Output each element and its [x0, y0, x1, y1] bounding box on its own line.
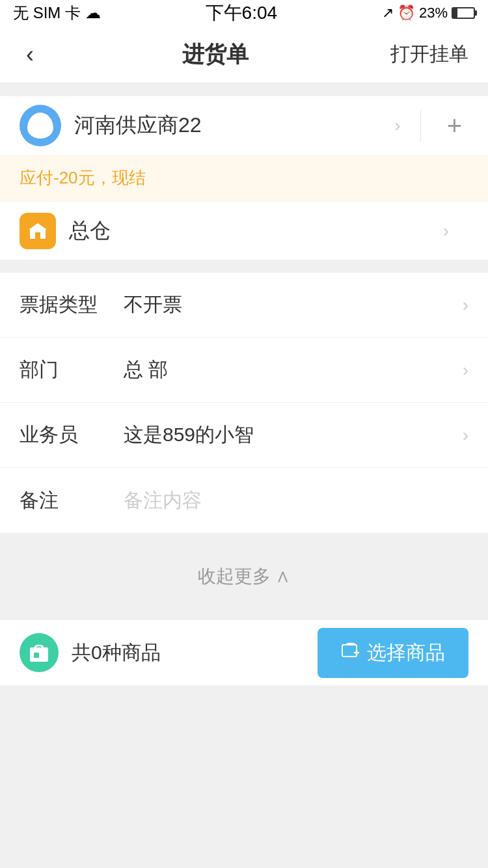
avatar-inner [27, 113, 53, 139]
warehouse-row[interactable]: 总仓 › [0, 201, 488, 260]
avatar [20, 105, 61, 146]
sales-label: 业务员 [20, 422, 111, 448]
battery-percent: 23% [419, 5, 448, 21]
back-button[interactable]: ‹ [20, 34, 40, 75]
warehouse-icon [20, 213, 56, 249]
supplier-row[interactable]: 河南供应商22 › + [0, 96, 488, 155]
form-section: 票据类型 不开票 › 部门 总 部 › 业务员 这是859的小智 › 备注 备注… [0, 273, 488, 533]
status-left: 无 SIM 卡 ☁ [13, 3, 101, 23]
select-product-label: 选择商品 [367, 640, 445, 666]
alarm-icon: ⏰ [398, 5, 415, 21]
invoice-value: 不开票 [111, 292, 463, 318]
dept-value: 总 部 [111, 357, 463, 383]
remark-row[interactable]: 备注 备注内容 [0, 468, 488, 533]
status-right: ↗ ⏰ 23% [382, 5, 475, 21]
supplier-section: 河南供应商22 › + 应付-20元，现结 [0, 96, 488, 201]
bottom-bar: 共0种商品 选择商品 [0, 620, 488, 685]
svg-marker-1 [29, 223, 47, 230]
remark-input[interactable]: 备注内容 [111, 487, 468, 514]
sales-chevron-icon: › [463, 425, 468, 446]
dept-label: 部门 [20, 357, 111, 383]
select-product-button[interactable]: 选择商品 [318, 628, 468, 678]
supplier-divider [420, 109, 421, 142]
add-supplier-button[interactable]: + [441, 105, 468, 147]
svg-rect-2 [35, 232, 40, 239]
product-icon [20, 633, 59, 672]
svg-rect-4 [34, 653, 39, 658]
invoice-chevron-icon: › [463, 295, 468, 316]
supplier-name: 河南供应商22 [74, 111, 394, 140]
warehouse-chevron-icon: › [443, 221, 449, 241]
product-count: 共0种商品 [72, 640, 318, 666]
collapse-button[interactable]: 收起更多 ∧ [0, 546, 488, 607]
supplier-chevron-icon: › [394, 115, 400, 136]
invoice-row[interactable]: 票据类型 不开票 › [0, 273, 488, 338]
page-background [0, 685, 488, 868]
status-bar: 无 SIM 卡 ☁ 下午6:04 ↗ ⏰ 23% [0, 0, 488, 26]
nav-bar: ‹ 进货单 打开挂单 [0, 26, 488, 83]
network-status: 无 SIM 卡 ☁ [13, 3, 101, 23]
status-time: 下午6:04 [206, 1, 278, 25]
sales-value: 这是859的小智 [111, 422, 463, 448]
location-icon: ↗ [382, 5, 394, 21]
warehouse-name: 总仓 [69, 217, 443, 245]
select-product-icon [341, 641, 360, 665]
dept-row[interactable]: 部门 总 部 › [0, 338, 488, 403]
invoice-label: 票据类型 [20, 292, 111, 318]
open-pending-button[interactable]: 打开挂单 [390, 41, 468, 68]
page-title: 进货单 [182, 40, 249, 70]
dept-chevron-icon: › [463, 360, 468, 381]
battery-icon [452, 7, 475, 19]
svg-rect-7 [342, 645, 357, 657]
sales-row[interactable]: 业务员 这是859的小智 › [0, 403, 488, 468]
notice-banner: 应付-20元，现结 [0, 155, 488, 201]
section-gap-1 [0, 83, 488, 96]
remark-label: 备注 [20, 487, 111, 514]
